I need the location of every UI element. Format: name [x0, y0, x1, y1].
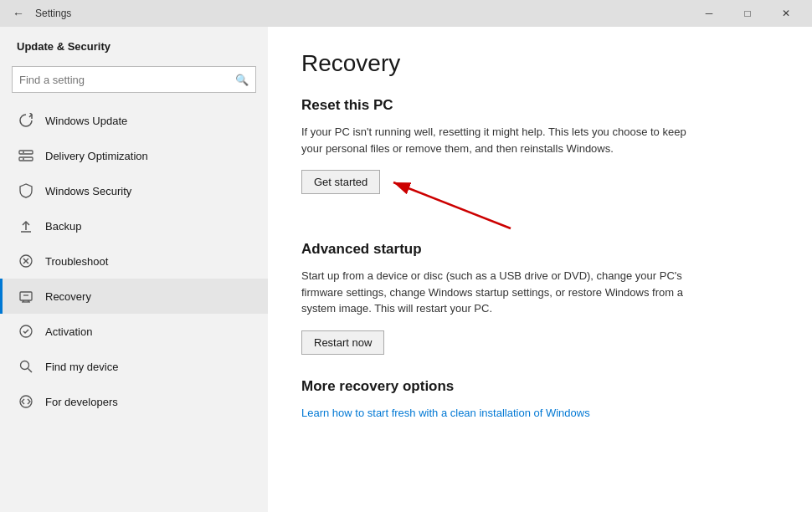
page-title: Recovery	[301, 50, 779, 77]
content-panel: Recovery Reset this PC If your PC isn't …	[268, 27, 812, 512]
windows-update-label: Windows Update	[45, 115, 127, 127]
sidebar-item-for-developers[interactable]: For developers	[0, 384, 268, 419]
svg-rect-9	[20, 292, 32, 300]
sidebar-item-activation[interactable]: Activation	[0, 314, 268, 349]
delivery-optimization-icon	[17, 146, 35, 165]
maximize-button[interactable]: □	[728, 0, 767, 27]
activation-icon	[17, 322, 35, 340]
sidebar-item-troubleshoot[interactable]: Troubleshoot	[0, 243, 268, 279]
find-my-device-icon	[17, 357, 35, 376]
restart-now-button[interactable]: Restart now	[301, 330, 384, 355]
recovery-label: Recovery	[45, 290, 91, 303]
sidebar-item-delivery-optimization[interactable]: Delivery Optimization	[0, 138, 268, 173]
windows-security-label: Windows Security	[45, 185, 131, 197]
close-button[interactable]: ✕	[767, 0, 805, 27]
for-developers-label: For developers	[45, 396, 118, 408]
sidebar-item-windows-security[interactable]: Windows Security	[0, 173, 268, 208]
delivery-optimization-label: Delivery Optimization	[45, 150, 148, 162]
sidebar: Update & Security 🔍 Windows Update	[0, 27, 268, 512]
clean-install-link[interactable]: Learn how to start fresh with a clean in…	[301, 407, 590, 419]
windows-update-icon	[17, 111, 35, 130]
troubleshoot-icon	[17, 252, 35, 270]
for-developers-icon	[17, 392, 35, 411]
search-icon[interactable]: 🔍	[235, 74, 249, 86]
svg-line-19	[393, 182, 511, 228]
activation-label: Activation	[45, 325, 92, 338]
back-button[interactable]: ←	[7, 2, 30, 25]
search-box: 🔍	[12, 66, 256, 93]
reset-section-title: Reset this PC	[301, 97, 779, 114]
sidebar-item-windows-update[interactable]: Windows Update	[0, 103, 268, 138]
sidebar-item-recovery[interactable]: Recovery	[0, 279, 268, 314]
window-controls: ─ □ ✕	[690, 0, 805, 27]
sidebar-item-backup[interactable]: Backup	[0, 208, 268, 243]
minimize-button[interactable]: ─	[690, 0, 728, 27]
svg-line-16	[28, 369, 33, 373]
find-my-device-label: Find my device	[45, 361, 118, 373]
arrow-annotation	[377, 161, 527, 237]
backup-label: Backup	[45, 220, 81, 233]
troubleshoot-label: Troubleshoot	[45, 255, 108, 268]
get-started-button[interactable]: Get started	[301, 170, 380, 194]
svg-point-15	[21, 361, 29, 370]
sidebar-nav: Windows Update Delivery Optimization	[0, 103, 268, 419]
svg-rect-1	[19, 151, 33, 154]
sidebar-section-title: Update & Security	[0, 27, 268, 59]
reset-description: If your PC isn't running well, resetting…	[301, 124, 686, 156]
more-recovery-title: More recovery options	[301, 378, 779, 395]
advanced-startup-description: Start up from a device or disc (such as …	[301, 268, 686, 317]
titlebar: ← Settings ─ □ ✕	[0, 0, 812, 27]
svg-rect-2	[19, 157, 33, 161]
backup-icon	[17, 217, 35, 235]
main-container: Update & Security 🔍 Windows Update	[0, 27, 812, 512]
window-title: Settings	[30, 8, 690, 19]
sidebar-item-find-my-device[interactable]: Find my device	[0, 349, 268, 384]
advanced-startup-title: Advanced startup	[301, 241, 779, 258]
recovery-icon	[17, 287, 35, 305]
search-input[interactable]	[19, 74, 235, 86]
windows-security-icon	[17, 182, 35, 200]
